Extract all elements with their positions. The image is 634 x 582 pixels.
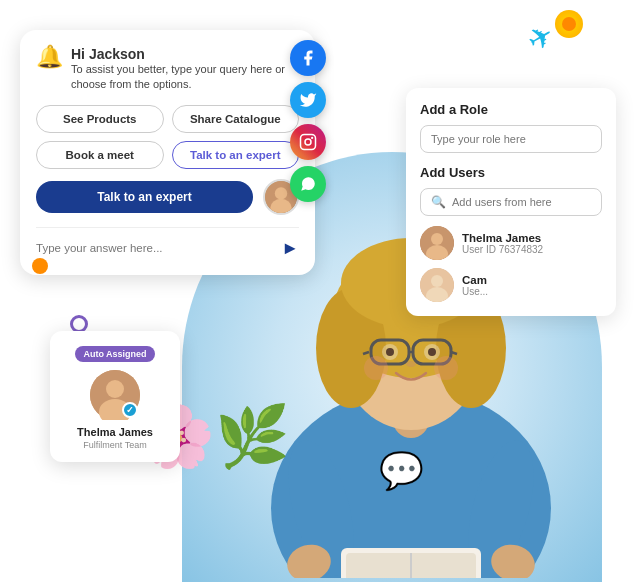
chat-header: 🔔 Hi Jackson To assist you better, type …: [36, 46, 299, 93]
send-icon[interactable]: ►: [281, 238, 299, 259]
user-item-thelma: Thelma James User ID 76374832: [420, 226, 602, 260]
thelma-id: User ID 76374832: [462, 244, 543, 255]
chat-bubble-decoration: 💬: [379, 450, 424, 492]
auto-assigned-card: Auto Assigned ✓ Thelma James Fulfilment …: [50, 331, 180, 462]
svg-point-16: [364, 356, 388, 380]
greeting-text: To assist you better, type your query he…: [71, 62, 285, 93]
thelma-avatar: [420, 226, 454, 260]
facebook-icon[interactable]: [290, 40, 326, 76]
assigned-avatar: ✓: [90, 370, 140, 420]
whatsapp-icon[interactable]: [290, 166, 326, 202]
greeting-name: Hi Jackson: [71, 46, 285, 62]
cam-info: Cam Use...: [462, 274, 488, 297]
chat-widget: 🔔 Hi Jackson To assist you better, type …: [20, 30, 315, 275]
user-item-cam: Cam Use...: [420, 268, 602, 302]
svg-point-39: [106, 380, 124, 398]
chat-input-row: ►: [36, 227, 299, 259]
thelma-info: Thelma James User ID 76374832: [462, 232, 543, 255]
add-users-input[interactable]: [452, 196, 591, 208]
thelma-name: Thelma James: [462, 232, 543, 244]
twitter-icon[interactable]: [290, 82, 326, 118]
cam-avatar: [420, 268, 454, 302]
assigned-team: Fulfilment Team: [62, 440, 168, 450]
talk-expert-outline-button[interactable]: Talk to an expert: [172, 141, 300, 169]
svg-point-30: [305, 139, 311, 145]
auto-assigned-badge: Auto Assigned: [75, 346, 154, 362]
check-badge: ✓: [122, 402, 138, 418]
orange-dot-decoration: [32, 258, 48, 274]
bell-icon: 🔔: [36, 44, 63, 70]
add-role-title: Add a Role: [420, 102, 602, 117]
svg-point-31: [311, 137, 313, 139]
book-meet-button[interactable]: Book a meet: [36, 141, 164, 169]
cam-id: Use...: [462, 286, 488, 297]
assigned-name: Thelma James: [62, 426, 168, 438]
see-products-button[interactable]: See Products: [36, 105, 164, 133]
users-list: Thelma James User ID 76374832 Cam Use...: [420, 226, 602, 302]
chat-buttons-grid: See Products Share Catalogue Book a meet…: [36, 105, 299, 169]
star-decoration: [555, 10, 583, 38]
svg-rect-29: [301, 135, 316, 150]
talk-expert-blue-button[interactable]: Talk to an expert: [36, 181, 253, 213]
share-catalogue-button[interactable]: Share Catalogue: [172, 105, 300, 133]
social-icons-group: [290, 40, 326, 202]
svg-point-17: [434, 356, 458, 380]
cam-name: Cam: [462, 274, 488, 286]
search-icon: 🔍: [431, 195, 446, 209]
svg-point-14: [386, 348, 394, 356]
chat-greeting: Hi Jackson To assist you better, type yo…: [71, 46, 285, 93]
add-role-panel: Add a Role Add Users 🔍 Thelma James User…: [406, 88, 616, 316]
add-users-title: Add Users: [420, 165, 602, 180]
chat-talk-row: Talk to an expert: [36, 179, 299, 215]
chat-input[interactable]: [36, 242, 281, 254]
instagram-icon[interactable]: [290, 124, 326, 160]
svg-point-27: [275, 187, 287, 199]
svg-point-33: [431, 233, 443, 245]
svg-point-18: [406, 361, 416, 367]
add-users-search-row: 🔍: [420, 188, 602, 216]
svg-point-36: [431, 275, 443, 287]
role-input[interactable]: [420, 125, 602, 153]
svg-point-15: [428, 348, 436, 356]
chat-bubble-icon: 💬: [379, 450, 424, 491]
